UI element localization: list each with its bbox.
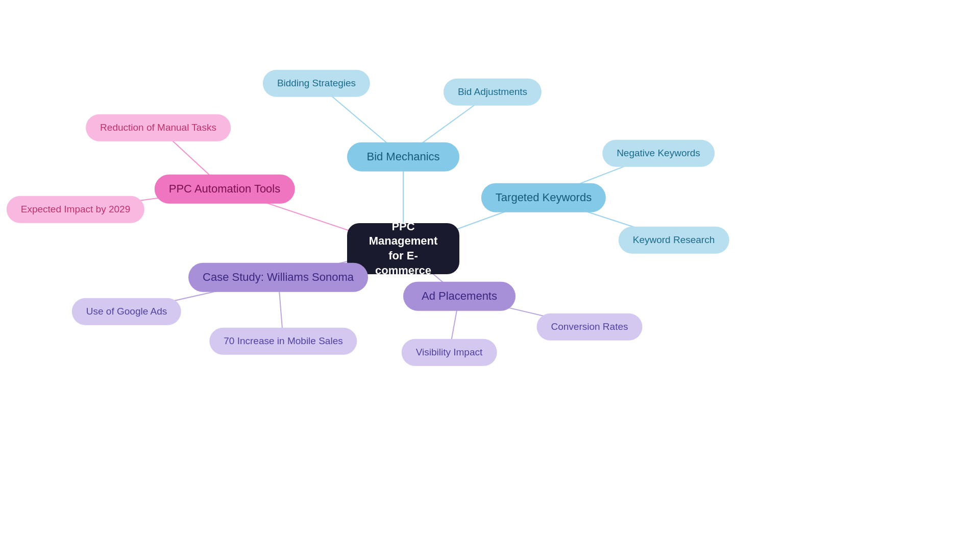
node-negative-keywords[interactable]: Negative Keywords <box>602 140 715 167</box>
node-case-study[interactable]: Case Study: Williams Sonoma <box>188 263 368 292</box>
node-keyword-research[interactable]: Keyword Research <box>619 227 729 254</box>
node-mobile-sales[interactable]: 70 Increase in Mobile Sales <box>209 328 357 355</box>
node-reduction-manual[interactable]: Reduction of Manual Tasks <box>86 114 231 141</box>
node-ad-placements[interactable]: Ad Placements <box>403 282 516 311</box>
node-ppc-automation[interactable]: PPC Automation Tools <box>155 175 295 204</box>
node-visibility-impact[interactable]: Visibility Impact <box>402 339 497 366</box>
node-expected-impact[interactable]: Expected Impact by 2029 <box>7 196 144 223</box>
node-conversion-rates[interactable]: Conversion Rates <box>536 314 642 341</box>
node-google-ads[interactable]: Use of Google Ads <box>72 298 181 325</box>
center-node[interactable]: PPC Management for E-commerce <box>347 223 459 274</box>
mindmap-container: PPC Management for E-commerceBid Mechani… <box>0 0 980 553</box>
node-bid-mechanics[interactable]: Bid Mechanics <box>347 142 459 172</box>
node-targeted-keywords[interactable]: Targeted Keywords <box>481 183 606 212</box>
node-bidding-strategies[interactable]: Bidding Strategies <box>263 70 370 97</box>
node-bid-adjustments[interactable]: Bid Adjustments <box>444 79 542 106</box>
